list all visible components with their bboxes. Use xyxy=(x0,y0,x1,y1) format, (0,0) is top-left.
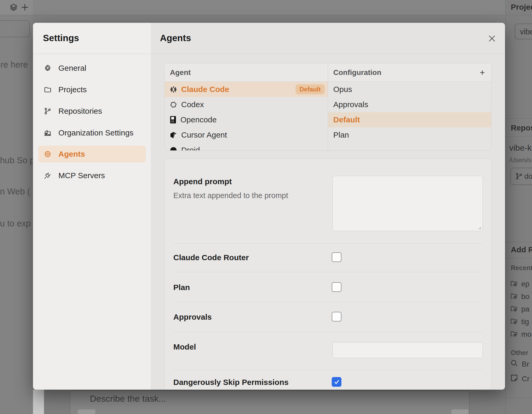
task-input-placeholder[interactable]: Describe the task... xyxy=(90,394,166,404)
settings-modal: Settings Agents General Proj xyxy=(33,23,505,390)
append-prompt-label: Append prompt xyxy=(173,177,232,186)
screen: re here hub So p n Web ( u to exp Descri… xyxy=(0,0,532,414)
background-titlebar xyxy=(0,0,532,15)
background-right-panel: Projec vibe Repos vibe-k /Users/s do Add… xyxy=(505,0,532,414)
background-text-fragment: u to exp xyxy=(0,219,31,228)
claude-starburst-icon xyxy=(170,86,177,93)
sidebar-item-label: General xyxy=(58,64,86,73)
check-icon xyxy=(334,379,340,385)
file-icon xyxy=(510,374,518,382)
create-label: Cr xyxy=(522,375,530,383)
close-icon[interactable] xyxy=(487,34,497,43)
recent-repo-label: pa xyxy=(521,305,529,313)
append-prompt-textarea[interactable] xyxy=(332,176,483,231)
git-branch-icon xyxy=(516,173,523,180)
divider xyxy=(173,272,483,272)
divider xyxy=(173,332,483,332)
building-icon xyxy=(44,129,51,137)
repo-name: vibe-k xyxy=(509,143,531,153)
agent-name: Claude Code xyxy=(181,85,229,94)
agent-name: Droid xyxy=(181,146,200,151)
sidebar-item-label: Projects xyxy=(58,85,87,94)
background-text-fragment: n Web ( xyxy=(0,187,30,197)
agent-column: Agent Claude Code Default xyxy=(165,63,328,151)
config-row-approvals[interactable]: Approvals xyxy=(328,97,491,112)
background-text-fragment: hub So p xyxy=(0,155,35,165)
plan-checkbox[interactable] xyxy=(332,282,341,292)
agent-row-codex[interactable]: Codex xyxy=(165,97,328,112)
agent-row-cursor-agent[interactable]: Cursor Agent xyxy=(165,127,328,143)
browse-label: Br xyxy=(522,360,529,368)
append-prompt-description: Extra text appended to the prompt xyxy=(173,191,288,200)
project-chip[interactable]: vibe xyxy=(515,24,532,39)
config-row-plan[interactable]: Plan xyxy=(328,127,491,143)
agent-header-label: Agent xyxy=(170,68,191,77)
config-row-opus[interactable]: Opus xyxy=(328,82,491,97)
divider xyxy=(506,242,532,242)
config-name: Plan xyxy=(333,130,349,139)
config-name: Default xyxy=(333,115,360,124)
add-configuration-button[interactable]: + xyxy=(480,67,485,78)
agent-row-opencode[interactable]: Opencode xyxy=(165,112,328,127)
gear-icon xyxy=(44,64,51,72)
task-send-button[interactable] xyxy=(451,409,469,414)
agent-column-header: Agent xyxy=(165,63,328,82)
sidebar-item-label: MCP Servers xyxy=(58,171,105,180)
task-action-button[interactable] xyxy=(77,409,96,414)
folder-star-icon xyxy=(510,292,518,300)
background-text-fragment: re here xyxy=(1,60,28,70)
agent-config-table: Agent Claude Code Default xyxy=(164,63,491,151)
sidebar-item-projects[interactable]: Projects xyxy=(38,81,146,98)
other-label: Other xyxy=(511,349,528,357)
recent-repo-label: ep xyxy=(521,280,529,288)
droid-circle-icon xyxy=(170,147,177,151)
add-repo-section-title: Add R xyxy=(511,245,532,254)
plug-icon xyxy=(44,172,51,179)
layers-icon[interactable] xyxy=(10,3,18,11)
git-branch-icon xyxy=(44,107,51,115)
divider xyxy=(33,54,505,54)
cursor-cube-icon xyxy=(170,132,177,139)
divider xyxy=(506,398,532,398)
default-badge: Default xyxy=(296,84,325,94)
settings-title: Settings xyxy=(43,33,79,43)
plus-icon[interactable] xyxy=(21,3,29,11)
sidebar-item-agents[interactable]: Agents xyxy=(38,146,146,162)
approvals-label: Approvals xyxy=(173,313,212,322)
approvals-checkbox[interactable] xyxy=(332,312,341,322)
sidebar-item-label: Agents xyxy=(58,150,85,159)
claude-code-router-label: Claude Code Router xyxy=(173,253,249,262)
divider xyxy=(173,302,483,302)
opencode-logo-icon xyxy=(170,116,176,124)
agent-name: Opencode xyxy=(180,115,217,124)
page-title: Agents xyxy=(160,33,191,43)
agent-row-claude-code[interactable]: Claude Code Default xyxy=(165,82,328,97)
search-icon xyxy=(510,359,518,367)
branch-chip-label: do xyxy=(524,172,532,181)
branch-chip[interactable]: do xyxy=(510,168,532,185)
agent-settings-form: Append prompt Extra text appended to the… xyxy=(164,159,491,390)
model-input[interactable] xyxy=(332,342,483,358)
sidebar-item-organization-settings[interactable]: Organization Settings xyxy=(38,124,146,141)
dangerously-skip-permissions-checkbox[interactable] xyxy=(332,377,341,387)
folder-star-icon xyxy=(510,330,518,337)
divider xyxy=(506,118,532,119)
config-name: Approvals xyxy=(333,100,368,109)
agent-row-droid[interactable]: Droid xyxy=(165,143,328,151)
model-label: Model xyxy=(173,342,196,351)
project-chip-label: vibe xyxy=(520,28,532,36)
divider xyxy=(506,15,532,15)
agent-name: Cursor Agent xyxy=(181,130,227,139)
divider xyxy=(173,243,483,244)
resize-handle[interactable] xyxy=(478,226,481,230)
divider xyxy=(506,136,532,137)
cpu-chip-icon xyxy=(44,150,51,158)
sidebar-item-mcp-servers[interactable]: MCP Servers xyxy=(38,167,146,184)
claude-code-router-checkbox[interactable] xyxy=(332,252,341,262)
sidebar-item-repositories[interactable]: Repositories xyxy=(38,103,146,119)
agent-name: Codex xyxy=(181,100,204,109)
sidebar-item-general[interactable]: General xyxy=(38,60,146,77)
background-search-box[interactable] xyxy=(0,20,30,37)
recent-repo-label: bo xyxy=(521,292,529,301)
config-row-default[interactable]: Default xyxy=(328,112,491,127)
